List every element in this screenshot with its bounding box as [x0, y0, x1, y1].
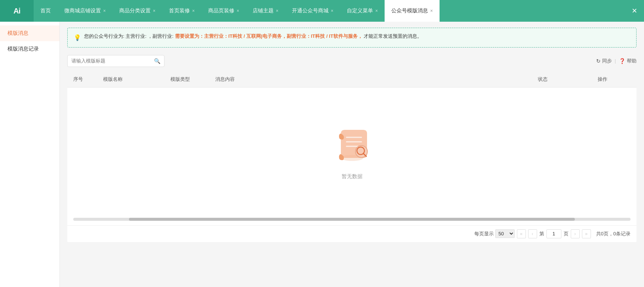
logo-text: Ai — [13, 7, 20, 15]
search-input-wrap: 🔍 — [67, 55, 164, 67]
tab-close-custom-menu[interactable]: × — [375, 8, 378, 13]
table-header: 序号模版名称模版类型消息内容状态操作 — [67, 71, 637, 88]
first-page-button[interactable]: « — [517, 229, 526, 238]
toolbar-divider: | — [615, 58, 616, 64]
tab-item-home[interactable]: 首页 — [34, 0, 58, 22]
search-input[interactable] — [71, 58, 154, 64]
prev-page-button[interactable]: ‹ — [528, 229, 537, 238]
scrollbar-track — [73, 218, 631, 221]
tab-close-shop-settings[interactable]: × — [103, 8, 106, 13]
tab-close-homepage-decor[interactable]: × — [192, 8, 195, 13]
sync-icon: ↻ — [596, 58, 601, 64]
next-page-button[interactable]: › — [571, 229, 580, 238]
scrollbar-area — [67, 218, 637, 225]
tab-close-product-decor[interactable]: × — [237, 8, 239, 13]
search-icon[interactable]: 🔍 — [154, 58, 160, 64]
scrollbar-thumb[interactable] — [129, 218, 575, 221]
table-header-content: 消息内容 — [209, 71, 532, 87]
table-header-name: 模版名称 — [97, 71, 164, 87]
tab-item-shop-theme[interactable]: 店铺主题 × — [246, 0, 285, 22]
main-layout: 模版消息模版消息记录 💡 您的公众号行业为: 主营行业: ，副营行业: 需要设置… — [0, 22, 644, 287]
pagination: 每页显示 102050100 « ‹ 第 页 › » 共0页，0条记录 — [67, 225, 637, 242]
tab-item-homepage-decor[interactable]: 首页装修 × — [162, 0, 201, 22]
logo-tab: Ai — [0, 0, 34, 22]
table-body: 暂无数据 — [67, 88, 637, 215]
table-header-status: 状态 — [532, 71, 592, 87]
page-size-label: 每页显示 — [474, 230, 494, 237]
empty-text: 暂无数据 — [342, 173, 363, 180]
page-size-wrap: 每页显示 102050100 — [474, 229, 515, 238]
empty-illustration — [330, 122, 375, 167]
sidebar: 模版消息模版消息记录 — [0, 22, 60, 287]
table-header-index: 序号 — [67, 71, 97, 87]
table-header-action: 操作 — [592, 71, 637, 87]
tab-close-open-wechat-shop[interactable]: × — [331, 8, 333, 13]
page-label: 第 — [539, 230, 544, 237]
page-input[interactable] — [546, 229, 561, 238]
notice-highlight: 需要设置为：主营行业：IT科技 / 互联网|电子商务，副营行业：IT科技 / I… — [175, 33, 363, 39]
help-label: 帮助 — [627, 58, 637, 64]
tab-item-product-decor[interactable]: 商品页装修 × — [201, 0, 246, 22]
data-table: 序号模版名称模版类型消息内容状态操作 — [67, 71, 637, 242]
sidebar-item-template-message-record[interactable]: 模版消息记录 — [0, 41, 59, 57]
sync-button[interactable]: ↻ 同步 — [596, 58, 612, 64]
sidebar-items: 模版消息模版消息记录 — [0, 25, 59, 57]
search-bar: 🔍 ↻ 同步 | ❓ 帮助 — [67, 55, 637, 67]
tab-close-category-settings[interactable]: × — [153, 8, 155, 13]
global-close-button[interactable]: ✕ — [625, 7, 644, 15]
tab-item-category-settings[interactable]: 商品分类设置 × — [113, 0, 162, 22]
content-area: 💡 您的公众号行业为: 主营行业: ，副营行业: 需要设置为：主营行业：IT科技… — [60, 22, 644, 287]
notice-banner: 💡 您的公众号行业为: 主营行业: ，副营行业: 需要设置为：主营行业：IT科技… — [67, 28, 637, 48]
tab-item-template-message[interactable]: 公众号模版消息 × — [385, 0, 440, 22]
page-size-select[interactable]: 102050100 — [495, 229, 515, 238]
tab-close-shop-theme[interactable]: × — [276, 8, 278, 13]
empty-state: 暂无数据 — [330, 122, 375, 180]
page-suffix: 页 — [564, 230, 568, 237]
notice-text: 您的公众号行业为: 主营行业: ，副营行业: 需要设置为：主营行业：IT科技 /… — [84, 33, 422, 40]
total-info: 共0页，0条记录 — [596, 230, 631, 237]
tab-close-template-message[interactable]: × — [430, 8, 433, 13]
sync-label: 同步 — [602, 58, 612, 64]
last-page-button[interactable]: » — [582, 229, 591, 238]
tab-item-custom-menu[interactable]: 自定义菜单 × — [340, 0, 385, 22]
help-button[interactable]: ❓ 帮助 — [619, 58, 637, 64]
sidebar-item-template-message[interactable]: 模版消息 — [0, 25, 59, 41]
tab-items: 首页微商城店铺设置 ×商品分类设置 ×首页装修 ×商品页装修 ×店铺主题 ×开通… — [34, 0, 625, 22]
help-icon: ❓ — [619, 58, 625, 64]
table-header-type: 模版类型 — [164, 71, 209, 87]
tab-item-shop-settings[interactable]: 微商城店铺设置 × — [58, 0, 113, 22]
notice-icon: 💡 — [74, 33, 81, 43]
tab-item-open-wechat-shop[interactable]: 开通公众号商城 × — [285, 0, 340, 22]
toolbar-right: ↻ 同步 | ❓ 帮助 — [596, 58, 637, 64]
tab-bar: Ai 首页微商城店铺设置 ×商品分类设置 ×首页装修 ×商品页装修 ×店铺主题 … — [0, 0, 644, 22]
